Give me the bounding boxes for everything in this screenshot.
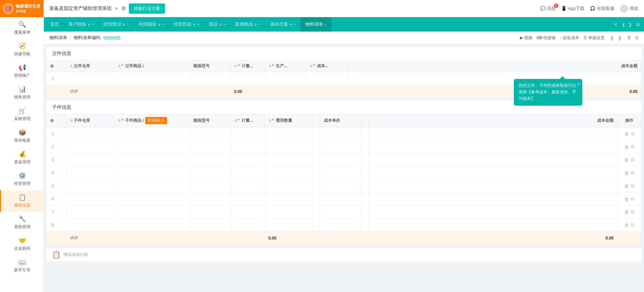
child-row4-needed-qty[interactable] xyxy=(265,166,313,179)
parent-row1-cost[interactable] xyxy=(306,72,347,85)
sidebar-item-sales[interactable]: 📊 销售管理 xyxy=(0,82,44,104)
delete-row6-button[interactable]: 🗑 xyxy=(624,196,629,202)
delete-row1-button[interactable]: 🗑 xyxy=(624,131,629,137)
child-row3-needed-qty[interactable] xyxy=(265,153,313,166)
child-row5-unit[interactable] xyxy=(231,179,265,192)
child-row1-unit[interactable] xyxy=(231,127,265,140)
tab-profit-report[interactable]: 利润报告 ∨ × xyxy=(134,17,169,32)
parent-row1-unit[interactable] xyxy=(231,72,265,85)
tab-profit-close[interactable]: × xyxy=(162,22,164,26)
child-row2-goods[interactable] xyxy=(114,140,189,153)
delete-row5-button[interactable]: 🗑 xyxy=(624,183,629,189)
parent-row1-production[interactable] xyxy=(265,72,306,85)
next-record-button[interactable]: ❯ xyxy=(616,34,623,41)
copy-row7-button[interactable]: ⧉ xyxy=(631,209,634,215)
copy-row6-button[interactable]: ⧉ xyxy=(631,196,634,202)
copy-row2-button[interactable]: ⧉ xyxy=(631,144,634,150)
child-row2-warehouse[interactable] xyxy=(66,140,114,153)
delete-row3-button[interactable]: 🗑 xyxy=(624,157,629,163)
child-row6-warehouse[interactable] xyxy=(66,192,114,206)
message-button[interactable]: 💬 6 消息 xyxy=(540,5,556,12)
user-menu[interactable]: 用友 xyxy=(620,4,639,13)
tab-goods-close[interactable]: × xyxy=(223,22,225,26)
extract-cost-button[interactable]: ↓ 提取成本 xyxy=(560,35,579,41)
online-service-button[interactable]: 🎧 在线客服 xyxy=(590,5,615,12)
sidebar-item-search[interactable]: 🔍 搜索菜单 xyxy=(0,17,44,39)
tab-nav-left[interactable]: ❮ xyxy=(620,22,627,27)
child-row1-warehouse[interactable] xyxy=(66,127,114,140)
tab-nav-right[interactable]: ❯ xyxy=(627,22,633,27)
video-button[interactable]: ▶ 视频 xyxy=(520,35,532,41)
child-row8-goods[interactable] xyxy=(114,219,189,232)
copy-row8-button[interactable]: ⧉ xyxy=(631,222,634,228)
child-row4-goods[interactable] xyxy=(114,166,189,179)
sidebar-item-system[interactable]: 🔧 系统管理 xyxy=(0,212,44,233)
child-col-gear[interactable]: ⚙ xyxy=(47,114,59,127)
child-row8-unit[interactable] xyxy=(231,219,265,232)
copy-row3-button[interactable]: ⧉ xyxy=(631,157,634,163)
dropdown-arrow[interactable]: ▼ xyxy=(114,6,119,11)
tab-bom-close[interactable]: × xyxy=(324,22,326,26)
tab-operations-status[interactable]: 经营情况 ∨ × xyxy=(99,17,134,32)
tab-grid-icon[interactable]: ⊞ xyxy=(633,22,643,27)
copy-row5-button[interactable]: ⧉ xyxy=(631,183,634,189)
parent-col-gear[interactable]: ⚙ xyxy=(47,60,59,72)
trial-button[interactable]: 体验行业方案 xyxy=(129,3,165,14)
sidebar-item-operations[interactable]: ⚙️ 经营管理 xyxy=(0,168,44,190)
tab-hist-close[interactable]: × xyxy=(197,22,199,26)
sidebar-item-basic[interactable]: 📋 基础信息 xyxy=(0,190,44,212)
tab-new-goods[interactable]: 新增商品 ∨ × xyxy=(230,17,265,32)
shortcut-button[interactable]: ⌨ 快捷键 xyxy=(536,35,556,41)
tab-bom[interactable]: 物料清单 × xyxy=(300,17,331,32)
settings-gear-icon[interactable]: ⚙ xyxy=(121,5,126,12)
child-row3-warehouse[interactable] xyxy=(66,153,114,166)
child-row5-needed-qty[interactable] xyxy=(265,179,313,192)
tab-ops-close[interactable]: × xyxy=(127,22,129,26)
child-row6-unit[interactable] xyxy=(231,192,265,206)
child-row5-goods[interactable] xyxy=(114,179,189,192)
delete-row7-button[interactable]: 🗑 xyxy=(624,209,629,215)
copy-row4-button[interactable]: ⧉ xyxy=(631,170,634,176)
child-row3-goods[interactable] xyxy=(114,153,189,166)
sidebar-item-enterprise[interactable]: 🤝 企业协同 xyxy=(0,233,44,255)
tooltip-close-button[interactable]: × xyxy=(577,81,580,87)
tab-barcode-close[interactable]: × xyxy=(294,22,296,26)
sidebar-item-inventory[interactable]: 📦 库存核算 xyxy=(0,125,44,147)
child-row8-warehouse[interactable] xyxy=(66,219,114,232)
child-row6-goods[interactable] xyxy=(114,192,189,206)
child-row2-unit[interactable] xyxy=(231,140,265,153)
close-tab-button[interactable]: ✕ xyxy=(611,22,620,27)
child-row5-warehouse[interactable] xyxy=(66,179,114,192)
child-row4-unit[interactable] xyxy=(231,166,265,179)
tab-home[interactable]: 首页 xyxy=(45,17,64,32)
child-row6-needed-qty[interactable] xyxy=(265,192,313,206)
delete-row4-button[interactable]: 🗑 xyxy=(624,170,629,176)
app-download-button[interactable]: 📱 App下载 xyxy=(561,5,584,12)
delete-row8-button[interactable]: 🗑 xyxy=(624,222,629,228)
parent-row1-warehouse[interactable] xyxy=(66,72,114,85)
child-row2-needed-qty[interactable] xyxy=(265,140,313,153)
sidebar-item-guide[interactable]: 📖 新手引导 xyxy=(0,255,44,277)
full-width-button[interactable]: ⊡ xyxy=(635,35,639,40)
prev-record-button[interactable]: ❮ xyxy=(609,34,616,41)
tab-barcode[interactable]: 条码方案 ∨ × xyxy=(265,17,300,32)
list-view-button[interactable]: ☰ xyxy=(627,35,631,40)
sidebar-item-marketing[interactable]: 📢 营销推广 xyxy=(0,60,44,82)
sidebar-item-finance[interactable]: 💰 资金管理 xyxy=(0,147,44,168)
child-row7-needed-qty[interactable] xyxy=(265,206,313,219)
child-row4-warehouse[interactable] xyxy=(66,166,114,179)
tab-customer[interactable]: 客户联络 ∨ × xyxy=(64,17,99,32)
single-settings-button[interactable]: ☰ 单据设置 xyxy=(583,35,605,41)
child-row7-warehouse[interactable] xyxy=(66,206,114,219)
sidebar-item-purchase[interactable]: 🛒 采购管理 xyxy=(0,104,44,125)
child-row3-unit[interactable] xyxy=(231,153,265,166)
child-row7-unit[interactable] xyxy=(231,206,265,219)
tab-customer-close[interactable]: × xyxy=(92,22,94,26)
child-row1-needed-qty[interactable] xyxy=(265,127,313,140)
child-row8-needed-qty[interactable] xyxy=(265,219,313,232)
child-row7-goods[interactable] xyxy=(114,206,189,219)
parent-row1-goods[interactable] xyxy=(114,72,189,85)
child-row1-goods[interactable] xyxy=(114,127,189,140)
scan-input-button[interactable]: 扫码录入 xyxy=(145,117,167,124)
tab-new-goods-close[interactable]: × xyxy=(258,22,260,26)
